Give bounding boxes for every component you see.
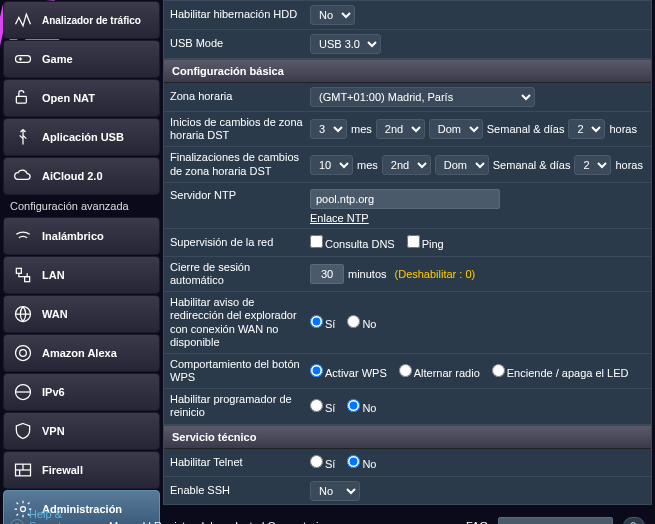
sidebar-label: WAN xyxy=(42,308,68,320)
main-panel: Habilitar hibernación HDD No USB Mode US… xyxy=(163,0,652,505)
ssh-label: Enable SSH xyxy=(170,484,310,497)
ipv6-icon xyxy=(12,381,34,403)
sidebar-item-wireless[interactable]: Inalámbrico xyxy=(3,217,160,255)
svg-point-8 xyxy=(20,350,27,357)
faq-link[interactable]: FAQ xyxy=(466,520,488,524)
help-link[interactable]: Help & Soporte técnico xyxy=(29,508,99,524)
sidebar-label: Aplicación USB xyxy=(42,131,124,143)
nat-icon xyxy=(12,87,34,109)
dst-end-hour[interactable]: 2 xyxy=(574,155,611,175)
sidebar-label: Inalámbrico xyxy=(42,230,104,242)
svg-rect-0 xyxy=(16,56,31,63)
telnet-label: Habilitar Telnet xyxy=(170,456,310,469)
sidebar-label: Open NAT xyxy=(42,92,95,104)
sidebar-item-firewall[interactable]: Firewall xyxy=(3,451,160,489)
sidebar-label: IPv6 xyxy=(42,386,65,398)
usb-mode-select[interactable]: USB 3.0 xyxy=(310,34,381,54)
wps-c[interactable] xyxy=(492,364,505,377)
hdd-hib-label: Habilitar hibernación HDD xyxy=(170,8,310,21)
telnet-no[interactable] xyxy=(347,455,360,468)
dst-start-month[interactable]: 3 xyxy=(310,119,347,139)
dst-start-day[interactable]: Dom xyxy=(429,119,483,139)
ntp-link[interactable]: Enlace NTP xyxy=(310,212,369,224)
sidebar-item-traffic[interactable]: Analizador de tráfico xyxy=(3,1,160,39)
dst-end-label: Finalizaciones de cambios de zona horari… xyxy=(170,151,310,177)
dst-start-week[interactable]: 2nd xyxy=(376,119,425,139)
product-link[interactable]: Registro del producto xyxy=(154,520,259,524)
globe-icon xyxy=(12,303,34,325)
dst-end-week[interactable]: 2nd xyxy=(382,155,431,175)
cloud-icon xyxy=(12,165,34,187)
sidebar-label: LAN xyxy=(42,269,65,281)
dst-end-month[interactable]: 10 xyxy=(310,155,353,175)
comment-link[interactable]: Comentario xyxy=(268,520,325,524)
wps-a[interactable] xyxy=(310,364,323,377)
dst-end-day[interactable]: Dom xyxy=(435,155,489,175)
sidebar-item-game[interactable]: Game xyxy=(3,40,160,78)
ntp-input[interactable] xyxy=(310,189,500,209)
dns-check[interactable] xyxy=(310,235,323,248)
ssh-select[interactable]: No xyxy=(310,481,360,501)
wps-b[interactable] xyxy=(399,364,412,377)
sidebar-item-aicloud[interactable]: AiCloud 2.0 xyxy=(3,157,160,195)
alexa-icon xyxy=(12,342,34,364)
svg-point-7 xyxy=(16,346,31,361)
sidebar-item-nat[interactable]: Open NAT xyxy=(3,79,160,117)
vpn-icon xyxy=(12,420,34,442)
dst-start-hour[interactable]: 2 xyxy=(568,119,605,139)
wireless-icon xyxy=(12,225,34,247)
ping-check[interactable] xyxy=(407,235,420,248)
basic-head: Configuración básica xyxy=(164,59,651,83)
hdd-hib-select[interactable]: No xyxy=(310,5,355,25)
autologout-input[interactable] xyxy=(310,264,344,284)
sidebar-item-usb[interactable]: Aplicación USB xyxy=(3,118,160,156)
sidebar-label: Amazon Alexa xyxy=(42,347,117,359)
sidebar-label: VPN xyxy=(42,425,65,437)
reboot-no[interactable] xyxy=(347,399,360,412)
sidebar-label: AiCloud 2.0 xyxy=(42,170,103,182)
autologout-label: Cierre de sesión automático xyxy=(170,261,310,287)
timezone-select[interactable]: (GMT+01:00) Madrid, París xyxy=(310,87,535,107)
sidebar-item-wan[interactable]: WAN xyxy=(3,295,160,333)
sidebar-item-ipv6[interactable]: IPv6 xyxy=(3,373,160,411)
sidebar-label: Firewall xyxy=(42,464,83,476)
sidebar-label: Game xyxy=(42,53,73,65)
redirect-yes[interactable] xyxy=(310,315,323,328)
sidebar-item-alexa[interactable]: Amazon Alexa xyxy=(3,334,160,372)
game-icon xyxy=(12,48,34,70)
search-button[interactable] xyxy=(623,517,645,524)
sidebar: Analizador de tráfico Game Open NAT Apli… xyxy=(0,0,163,505)
footer: ? Help & Soporte técnico Manual | Regist… xyxy=(0,505,655,524)
svc-head: Servicio técnico xyxy=(164,425,651,449)
usb-icon xyxy=(12,126,34,148)
redirect-label: Habilitar aviso de redirección del explo… xyxy=(170,296,310,349)
svg-rect-5 xyxy=(25,277,30,282)
autologout-hint: (Deshabilitar : 0) xyxy=(395,268,476,280)
netmon-label: Supervisión de la red xyxy=(170,236,310,249)
sidebar-item-vpn[interactable]: VPN xyxy=(3,412,160,450)
dst-start-label: Inicios de cambios de zona horaria DST xyxy=(170,116,310,142)
advanced-heading: Configuración avanzada xyxy=(0,196,163,216)
traffic-icon xyxy=(12,9,34,31)
svg-rect-3 xyxy=(16,96,26,103)
telnet-yes[interactable] xyxy=(310,455,323,468)
reboot-yes[interactable] xyxy=(310,399,323,412)
usb-mode-label: USB Mode xyxy=(170,37,310,50)
help-icon[interactable]: ? xyxy=(10,519,24,524)
search-input[interactable] xyxy=(498,517,613,524)
wps-label: Comportamiento del botón WPS xyxy=(170,358,310,384)
firewall-icon xyxy=(12,459,34,481)
sidebar-label: Analizador de tráfico xyxy=(42,15,141,26)
reboot-label: Habilitar programador de reinicio xyxy=(170,393,310,419)
timezone-label: Zona horaria xyxy=(170,90,310,103)
svg-rect-4 xyxy=(16,268,21,273)
lan-icon xyxy=(12,264,34,286)
redirect-no[interactable] xyxy=(347,315,360,328)
ntp-label: Servidor NTP xyxy=(170,189,310,202)
sidebar-item-lan[interactable]: LAN xyxy=(3,256,160,294)
manual-link[interactable]: Manual xyxy=(109,520,145,524)
